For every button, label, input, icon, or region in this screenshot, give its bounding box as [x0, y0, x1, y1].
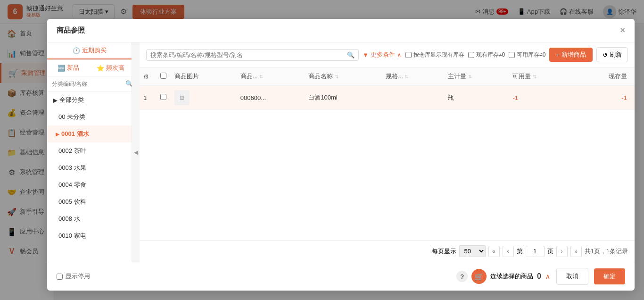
modal-footer: 显示停用 ? 🛒 连续选择的商品 0 ∧ 取消 确定 [47, 262, 635, 291]
table-row[interactable]: 1 🖼 000600... 白酒100ml [140, 86, 635, 110]
product-table-wrap: ⚙ 商品图片 商品... ⇅ [140, 67, 635, 240]
search-icon[interactable]: 🔍 [347, 51, 355, 58]
col-code[interactable]: 商品... ⇅ [237, 67, 305, 86]
sort-spec-icon: ⇅ [405, 74, 408, 79]
cat-00[interactable]: 00 未分类 [47, 108, 132, 125]
row-checkbox[interactable] [160, 94, 166, 100]
prev-page-btn[interactable]: ‹ [503, 246, 514, 257]
col-settings-icon[interactable]: ⚙ [143, 73, 149, 80]
cat-0010[interactable]: 0010 家电 [47, 227, 132, 244]
new-icon: 🆕 [58, 65, 65, 72]
per-page-select[interactable]: 20 50 100 [459, 245, 486, 257]
cat-00-label: 00 未分类 [58, 113, 85, 121]
cat-0004[interactable]: 0004 零食 [47, 176, 132, 193]
cat-0002[interactable]: 0002 茶叶 [47, 142, 132, 159]
product-thumbnail: 🖼 [174, 90, 190, 105]
show-disabled-checkbox[interactable] [57, 274, 63, 280]
table-header-row: ⚙ 商品图片 商品... ⇅ [140, 67, 635, 86]
sort-code-icon: ⇅ [259, 74, 263, 79]
add-btn-label: 新增商品 [561, 50, 586, 59]
col-available[interactable]: 可用量 ⇅ [509, 67, 573, 86]
check-available-ne0-input[interactable] [509, 52, 515, 58]
cart-expand-btn[interactable]: ∧ [545, 272, 551, 281]
cat-search-icon[interactable]: 🔍 [125, 80, 132, 87]
cell-num: 1 [140, 86, 157, 110]
cat-all-label: 全部分类 [59, 96, 84, 104]
show-disabled-label[interactable]: 显示停用 [57, 272, 90, 281]
col-img: 商品图片 [171, 67, 237, 86]
pagination: 每页显示 20 50 100 « ‹ 第 页 › » 共1页，1条记录 [140, 240, 635, 262]
cart-area: ? 🛒 连续选择的商品 0 ∧ [456, 269, 551, 284]
cancel-button[interactable]: 取消 [556, 268, 588, 285]
cart-label: 连续选择的商品 [490, 272, 533, 281]
product-table: ⚙ 商品图片 商品... ⇅ [140, 67, 635, 110]
cell-spec [382, 86, 445, 110]
check-stock-ne0-label: 现有库存≠0 [476, 51, 505, 59]
cell-checkbox[interactable] [157, 86, 171, 110]
page-suffix: 页 [547, 247, 553, 256]
first-page-btn[interactable]: « [488, 246, 500, 257]
col-unit[interactable]: 主计量 ⇅ [444, 67, 509, 86]
filter-btn-label: 更多条件 [371, 50, 395, 59]
modal-close-button[interactable]: × [620, 25, 625, 35]
check-available-ne0-label: 可用库存≠0 [517, 51, 545, 59]
cell-name: 白酒100ml [305, 86, 382, 110]
filter-btn[interactable]: ▼ 更多条件 ∧ [363, 50, 402, 59]
cat-tab-freq[interactable]: ⭐ 频次高 [90, 60, 132, 76]
check-available-ne0[interactable]: 可用库存≠0 [509, 51, 545, 59]
cat-tab-new-label: 新品 [67, 64, 79, 72]
cat-0008[interactable]: 0008 水 [47, 210, 132, 227]
cart-count: 0 [537, 272, 541, 281]
cat-tab-new[interactable]: 🆕 新品 [47, 60, 90, 76]
cell-available: -1 [509, 86, 573, 110]
cell-code: 000600... [237, 86, 305, 110]
cat-0004-label: 0004 零食 [58, 181, 86, 189]
cat-all[interactable]: ▶ 全部分类 [47, 92, 132, 108]
help-icon[interactable]: ? [456, 271, 468, 282]
cell-unit: 瓶 [444, 86, 509, 110]
product-search-input[interactable] [150, 51, 345, 58]
check-warehouse-input[interactable] [405, 52, 412, 58]
product-reference-modal: 商品参照 × 🕐 近期购买 🆕 新品 ⭐ 频次高 [47, 19, 635, 291]
filter-icon: ▼ [363, 51, 369, 58]
modal-header: 商品参照 × [47, 19, 635, 42]
cat-0008-label: 0008 水 [58, 215, 80, 223]
next-page-btn[interactable]: › [556, 246, 568, 257]
cell-img: 🖼 [171, 86, 237, 110]
cat-tab-freq-label: 频次高 [106, 64, 124, 72]
check-stock-ne0[interactable]: 现有库存≠0 [468, 51, 505, 59]
col-stock[interactable]: 现存量 [573, 67, 635, 86]
refresh-btn[interactable]: ↺ 刷新 [596, 47, 628, 62]
col-spec[interactable]: 规格... ⇅ [382, 67, 445, 86]
modal-title: 商品参照 [57, 26, 85, 35]
cat-search-input[interactable] [52, 81, 123, 87]
content-panel: 🔍 ▼ 更多条件 ∧ 按仓库显示现有库存 现有库存≠0 可用库存≠0 [140, 42, 635, 262]
cat-0001[interactable]: ▶ 0001 酒水 [47, 125, 132, 142]
confirm-button[interactable]: 确定 [594, 268, 625, 284]
page-input[interactable] [526, 246, 545, 257]
cat-tab-recent[interactable]: 🕐 近期购买 [47, 42, 132, 59]
col-name[interactable]: 商品名称 ⇅ [305, 67, 382, 86]
refresh-btn-label: 刷新 [610, 50, 622, 59]
last-page-btn[interactable]: » [570, 246, 582, 257]
cat-0002-label: 0002 茶叶 [58, 147, 86, 155]
check-warehouse[interactable]: 按仓库显示现有库存 [405, 51, 464, 59]
cat-search: 🔍 [47, 76, 132, 92]
sort-unit-icon: ⇅ [468, 74, 472, 79]
sort-name-icon: ⇅ [335, 74, 339, 79]
select-all-checkbox[interactable] [160, 73, 166, 79]
cat-0003[interactable]: 0003 水果 [47, 159, 132, 176]
cat-0005[interactable]: 0005 饮料 [47, 193, 132, 210]
cart-icon[interactable]: 🛒 [471, 269, 487, 284]
col-settings[interactable]: ⚙ [140, 67, 157, 86]
modal-body: 🕐 近期购买 🆕 新品 ⭐ 频次高 🔍 ▶ [47, 42, 635, 262]
col-checkbox [157, 67, 171, 86]
cat-tabs: 🕐 近期购买 [47, 42, 132, 60]
cat-0005-label: 0005 饮料 [58, 198, 86, 206]
tri-icon-0001: ▶ [56, 132, 59, 137]
total-info: 共1页，1条记录 [585, 247, 628, 256]
add-product-btn[interactable]: + 新增商品 [549, 48, 593, 62]
cell-stock: -1 [573, 86, 635, 110]
check-stock-ne0-input[interactable] [468, 52, 474, 58]
collapse-panel-btn[interactable]: ◀ [132, 42, 140, 262]
